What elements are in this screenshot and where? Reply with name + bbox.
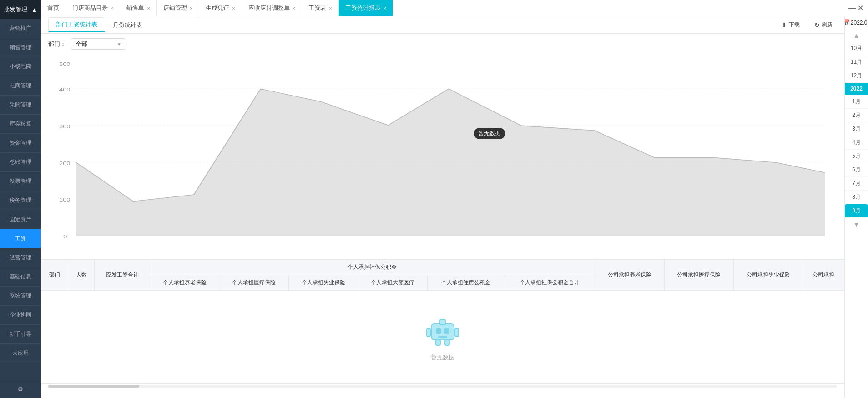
chart-tooltip: 暂无数据: [474, 128, 505, 139]
sidebar-toggle-icon: ▲: [31, 6, 37, 13]
tab-shop-mgmt[interactable]: 店铺管理 ×: [157, 0, 199, 16]
col-company-old: 公司承担养老保险: [595, 260, 665, 291]
svg-rect-17: [427, 328, 430, 337]
col-group-personal: 个人承担社保公积金: [150, 260, 595, 275]
data-table: 部门 人数 应发工资合计 个人承担社保公积金 公司承担养老保险 公司承担医疗保险…: [41, 259, 844, 384]
horizontal-scrollbar[interactable]: [48, 385, 837, 388]
filter-dept-label: 部门：: [48, 40, 66, 48]
tab-payroll[interactable]: 工资表 ×: [302, 0, 338, 16]
sidebar-item-4[interactable]: 采购管理: [0, 96, 41, 115]
date-up-arrow[interactable]: ▲: [845, 30, 868, 41]
col-count: 人数: [68, 260, 95, 291]
date-item-9-active[interactable]: 9月: [845, 204, 868, 218]
sidebar-item-6[interactable]: 资金管理: [0, 134, 41, 153]
svg-text:0: 0: [63, 233, 67, 239]
col-personal-major-med: 个人承担大额医疗: [358, 275, 428, 291]
close-icon[interactable]: ×: [329, 5, 332, 11]
date-item-3[interactable]: 3月: [845, 122, 868, 136]
date-item-10[interactable]: 10月: [845, 42, 868, 55]
chart-area: 0 100 200 300 400 500: [41, 54, 844, 259]
sidebar-item-9[interactable]: 税务管理: [0, 191, 41, 210]
empty-robot-icon: [424, 312, 461, 349]
download-icon: ⬇: [782, 21, 787, 29]
close-icon[interactable]: ×: [384, 5, 386, 11]
col-company-other: 公司承担: [803, 260, 844, 291]
tab-home[interactable]: 首页: [41, 0, 66, 16]
area-chart: 0 100 200 300 400 500: [48, 59, 837, 241]
sub-tab-monthly[interactable]: 月份统计表: [105, 18, 150, 32]
close-icon[interactable]: ×: [111, 5, 113, 11]
date-down-arrow[interactable]: ▼: [845, 219, 868, 230]
sidebar-title: 批发管理: [4, 5, 27, 14]
svg-text:100: 100: [59, 196, 70, 202]
date-item-11[interactable]: 11月: [845, 55, 868, 69]
close-window-icon[interactable]: ✕: [858, 4, 863, 12]
date-item-8[interactable]: 8月: [845, 191, 868, 204]
date-display: 📅 2022.09: [845, 16, 868, 29]
table-area[interactable]: 部门 人数 应发工资合计 个人承担社保公积金 公司承担养老保险 公司承担医疗保险…: [41, 259, 844, 398]
sidebar-item-17[interactable]: 云应用: [0, 344, 41, 363]
sidebar-settings[interactable]: ⚙: [0, 380, 41, 398]
top-tabs: 首页 门店商品目录 × 销售单 × 店铺管理 × 生成凭证 × 应收应付调整单 …: [41, 0, 868, 16]
sidebar-item-5[interactable]: 库存核算: [0, 115, 41, 134]
dept-select-wrapper: 全部 ▼: [71, 38, 125, 50]
sidebar-item-14[interactable]: 系统管理: [0, 287, 41, 306]
refresh-button[interactable]: ↻ 刷新: [810, 19, 837, 30]
page-content: 部门工资统计表 月份统计表 ⬇ 下载 ↻ 刷新: [41, 16, 844, 398]
date-item-5[interactable]: 5月: [845, 150, 868, 163]
tab-payroll-report[interactable]: 工资统计报表 ×: [339, 0, 393, 16]
sidebar-item-15[interactable]: 企业协同: [0, 306, 41, 325]
tab-sales[interactable]: 销售单 ×: [120, 0, 156, 16]
svg-rect-19: [436, 340, 440, 345]
date-item-12[interactable]: 12月: [845, 69, 868, 83]
date-year-2022[interactable]: 2022: [845, 83, 868, 95]
sidebar-item-11[interactable]: 工资: [0, 229, 41, 248]
minimize-icon[interactable]: —: [848, 4, 856, 12]
sub-tab-department[interactable]: 部门工资统计表: [48, 17, 105, 32]
tab-generate-voucher[interactable]: 生成凭证 ×: [199, 0, 242, 16]
date-icon: 📅: [844, 19, 850, 26]
svg-text:500: 500: [59, 61, 70, 67]
sidebar-item-13[interactable]: 基础信息: [0, 267, 41, 287]
tab-window-controls[interactable]: — ✕: [844, 4, 868, 12]
sidebar-item-2[interactable]: 小畅电商: [0, 57, 41, 76]
col-company-med: 公司承担医疗保险: [664, 260, 734, 291]
chart-container: 0 100 200 300 400 500: [48, 59, 837, 241]
download-button[interactable]: ⬇ 下载: [777, 19, 804, 30]
close-icon[interactable]: ×: [232, 5, 235, 11]
sidebar-item-3[interactable]: 电商管理: [0, 76, 41, 96]
dept-select[interactable]: 全部: [71, 38, 125, 50]
date-item-4[interactable]: 4月: [845, 136, 868, 150]
date-item-7[interactable]: 7月: [845, 177, 868, 191]
empty-cell: 暂无数据: [41, 291, 844, 384]
date-nav-down[interactable]: ▼: [845, 218, 868, 231]
sidebar-item-1[interactable]: 销售管理: [0, 38, 41, 57]
svg-rect-20: [445, 340, 449, 345]
svg-rect-18: [455, 328, 459, 337]
date-nav-up[interactable]: ▲: [845, 29, 868, 42]
svg-rect-16: [440, 319, 445, 325]
date-item-6[interactable]: 6月: [845, 163, 868, 177]
close-icon[interactable]: ×: [147, 5, 150, 11]
tab-store-catalog[interactable]: 门店商品目录 ×: [66, 0, 120, 16]
close-icon[interactable]: ×: [190, 5, 192, 11]
col-personal-housing: 个人承担住房公积金: [428, 275, 504, 291]
sidebar: 批发管理 ▲ 营销推广 销售管理 小畅电商 电商管理 采购管理 库存核算 资金管…: [0, 0, 41, 398]
sidebar-item-12[interactable]: 经营管理: [0, 248, 41, 267]
svg-text:400: 400: [59, 86, 70, 92]
tab-ar-ap[interactable]: 应收应付调整单 ×: [242, 0, 302, 16]
sidebar-header[interactable]: 批发管理 ▲: [0, 0, 41, 19]
svg-rect-14: [444, 328, 449, 334]
sidebar-item-16[interactable]: 新手引导: [0, 325, 41, 344]
date-item-2[interactable]: 2月: [845, 109, 868, 122]
close-icon[interactable]: ×: [293, 5, 295, 11]
sidebar-item-7[interactable]: 总账管理: [0, 153, 41, 172]
date-item-1[interactable]: 1月: [845, 95, 868, 109]
sidebar-item-0[interactable]: 营销推广: [0, 19, 41, 38]
scrollbar-thumb[interactable]: [48, 385, 139, 388]
col-company-unemp: 公司承担失业保险: [734, 260, 803, 291]
sidebar-item-10[interactable]: 固定资产: [0, 210, 41, 229]
sidebar-item-8[interactable]: 发票管理: [0, 172, 41, 191]
empty-state: 暂无数据: [46, 294, 839, 380]
refresh-icon: ↻: [814, 21, 820, 29]
